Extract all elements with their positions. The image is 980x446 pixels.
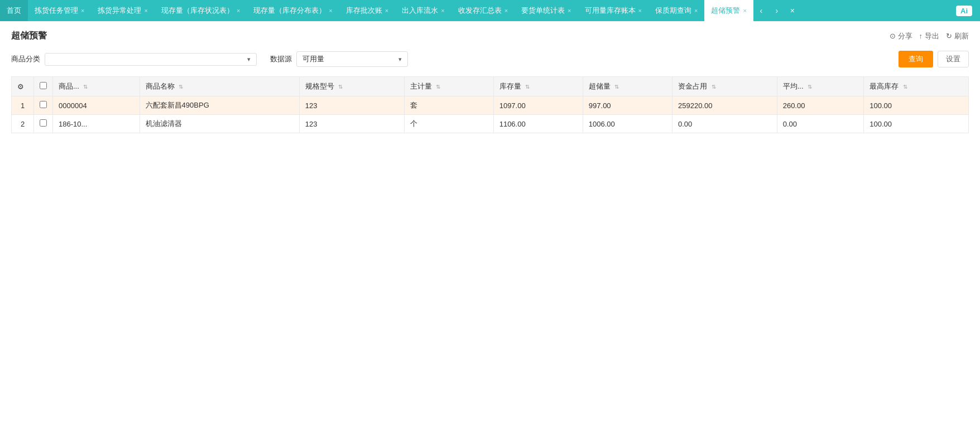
topbar-task-mgmt[interactable]: 拣货任务管理 × (28, 0, 91, 21)
topbar-expiry-label: 保质期查询 (655, 6, 691, 16)
export-icon: ↑ (919, 32, 923, 40)
topbar-inventory-status[interactable]: 现存量（库存状况表） × (155, 0, 247, 21)
col-max-stock[interactable]: 最高库存 ⇅ (864, 77, 969, 96)
row-number: 1 (12, 96, 34, 115)
topbar-overstock[interactable]: 超储预警 × (704, 0, 753, 21)
topbar-batch-label: 库存批次账 (346, 6, 382, 16)
close-icon[interactable]: × (81, 7, 84, 14)
close-icon[interactable]: × (568, 7, 571, 14)
topbar-order-stats[interactable]: 要货单统计表 × (515, 0, 578, 21)
table-row: 2 186-10... 机油滤清器 123 个 1106.00 1006.00 … (12, 115, 969, 133)
cell-max-stock: 100.00 (864, 96, 969, 115)
cell-max-stock: 100.00 (864, 115, 969, 133)
topbar-right: Ai (956, 6, 980, 16)
col-spec[interactable]: 规格型号 ⇅ (299, 77, 404, 96)
cell-product-name: 六配套新昌490BPG (140, 96, 299, 115)
cell-stock: 1097.00 (493, 96, 583, 115)
share-label: 分享 (898, 31, 912, 41)
datasource-select[interactable]: 可用量 ▾ (296, 51, 408, 67)
cell-unit: 套 (404, 96, 493, 115)
cell-product-code: 186-10... (53, 115, 140, 133)
cell-overstock: 1006.00 (583, 115, 672, 133)
settings-gear-header[interactable]: ⚙ (12, 77, 34, 96)
topbar: 首页 拣货任务管理 × 拣货异常处理 × 现存量（库存状况表） × 现存量（库存… (0, 0, 980, 21)
col-product-code-label: 商品... (59, 82, 79, 90)
col-capital[interactable]: 资金占用 ⇅ (672, 77, 777, 96)
export-button[interactable]: ↑ 导出 (919, 31, 940, 41)
col-stock-label: 库存量 (499, 82, 521, 90)
col-overstock[interactable]: 超储量 ⇅ (583, 77, 672, 96)
header-actions: ⊙ 分享 ↑ 导出 ↻ 刷新 (890, 31, 969, 41)
topbar-inventory-dist[interactable]: 现存量（库存分布表） × (247, 0, 339, 21)
select-all-checkbox[interactable] (40, 82, 47, 89)
filter-action-buttons: 查询 设置 (899, 51, 969, 67)
filter-bar: 商品分类 ▾ 数据源 可用量 ▾ 查询 设置 (11, 51, 969, 67)
topbar-exception-label: 拣货异常处理 (98, 6, 141, 16)
col-unit[interactable]: 主计量 ⇅ (404, 77, 493, 96)
col-unit-label: 主计量 (410, 82, 432, 90)
refresh-label: 刷新 (954, 31, 969, 41)
close-icon[interactable]: × (505, 7, 508, 14)
main-content: 超储预警 ⊙ 分享 ↑ 导出 ↻ 刷新 商品分类 ▾ 数据源 (0, 21, 980, 446)
row-checkbox[interactable] (40, 119, 47, 127)
close-icon[interactable]: × (441, 7, 444, 14)
topbar-inventory-status-label: 现存量（库存状况表） (161, 6, 234, 16)
topbar-task-mgmt-label: 拣货任务管理 (35, 6, 78, 16)
row-checkbox-cell[interactable] (34, 115, 53, 133)
row-number: 2 (12, 115, 34, 133)
topbar-next-btn[interactable]: › (769, 0, 785, 21)
cell-product-name: 机油滤清器 (140, 115, 299, 133)
cell-unit: 个 (404, 115, 493, 133)
cell-avg: 260.00 (777, 96, 864, 115)
sort-icon: ⇅ (525, 84, 530, 90)
cell-spec: 123 (299, 96, 404, 115)
ai-badge[interactable]: Ai (956, 6, 972, 16)
datasource-label: 数据源 (270, 54, 292, 64)
cell-spec: 123 (299, 115, 404, 133)
topbar-exception[interactable]: 拣货异常处理 × (91, 0, 154, 21)
topbar-flow-label: 出入库流水 (402, 6, 438, 16)
close-icon[interactable]: × (237, 7, 240, 14)
cell-avg: 0.00 (777, 115, 864, 133)
share-button[interactable]: ⊙ 分享 (890, 31, 912, 41)
col-product-code[interactable]: 商品... ⇅ (53, 77, 140, 96)
select-all-header[interactable] (34, 77, 53, 96)
col-capital-label: 资金占用 (678, 82, 707, 90)
topbar-summary[interactable]: 收发存汇总表 × (451, 0, 515, 21)
close-icon[interactable]: × (329, 7, 332, 14)
topbar-close-all-btn[interactable]: × (785, 0, 800, 21)
col-product-name[interactable]: 商品名称 ⇅ (140, 77, 299, 96)
close-icon[interactable]: × (144, 7, 147, 14)
close-icon[interactable]: × (385, 7, 388, 14)
cell-capital: 259220.00 (672, 96, 777, 115)
category-select[interactable]: ▾ (45, 53, 257, 66)
col-overstock-label: 超储量 (589, 82, 611, 90)
col-avg-label: 平均... (783, 82, 804, 90)
row-checkbox[interactable] (40, 101, 47, 108)
page-header: 超储预警 ⊙ 分享 ↑ 导出 ↻ 刷新 (11, 30, 969, 42)
topbar-home[interactable]: 首页 (0, 0, 28, 21)
refresh-button[interactable]: ↻ 刷新 (946, 31, 969, 41)
topbar-prev-btn[interactable]: ‹ (753, 0, 769, 21)
cell-capital: 0.00 (672, 115, 777, 133)
settings-button[interactable]: 设置 (938, 51, 969, 67)
query-button[interactable]: 查询 (899, 51, 933, 67)
topbar-summary-label: 收发存汇总表 (458, 6, 502, 16)
close-icon[interactable]: × (743, 7, 746, 14)
topbar-expiry[interactable]: 保质期查询 × (648, 0, 704, 21)
col-avg[interactable]: 平均... ⇅ (777, 77, 864, 96)
topbar-batch[interactable]: 库存批次账 × (339, 0, 395, 21)
topbar-avail-stock-label: 可用量库存账本 (585, 6, 636, 16)
sort-icon: ⇅ (808, 84, 812, 90)
row-checkbox-cell[interactable] (34, 96, 53, 115)
cell-product-code: 0000004 (53, 96, 140, 115)
sort-icon: ⇅ (338, 84, 343, 90)
topbar-overstock-label: 超储预警 (711, 6, 740, 16)
topbar-flow[interactable]: 出入库流水 × (395, 0, 451, 21)
col-stock[interactable]: 库存量 ⇅ (493, 77, 583, 96)
topbar-avail-stock[interactable]: 可用量库存账本 × (578, 0, 648, 21)
table-row: 1 0000004 六配套新昌490BPG 123 套 1097.00 997.… (12, 96, 969, 115)
chevron-down-icon: ▾ (398, 56, 402, 63)
close-icon[interactable]: × (638, 7, 642, 14)
close-icon[interactable]: × (694, 7, 698, 14)
